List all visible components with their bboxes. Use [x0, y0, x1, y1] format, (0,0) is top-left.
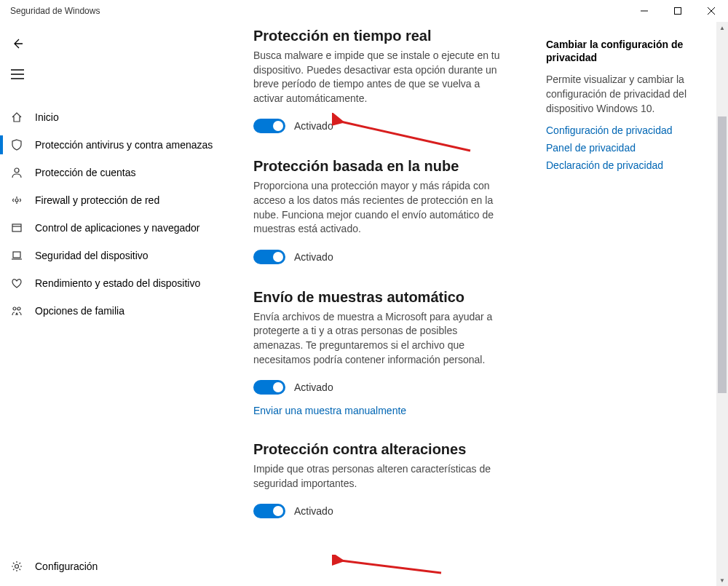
section-realtime: Protección en tiempo real Busca malware …	[253, 28, 501, 133]
sidebar-item-devicesec[interactable]: Seguridad del dispositivo	[0, 242, 233, 269]
person-icon	[10, 166, 23, 179]
sidebar-item-virus[interactable]: Protección antivirus y contra amenazas	[0, 131, 233, 159]
svg-rect-10	[13, 252, 20, 258]
toggle-realtime[interactable]	[253, 119, 285, 133]
svg-point-14	[15, 565, 19, 569]
right-column: Cambiar la configuración de privacidad P…	[546, 22, 728, 586]
sidebar-item-label: Protección de cuentas	[35, 167, 136, 178]
family-icon	[10, 304, 23, 317]
link-privacy-panel[interactable]: Panel de privacidad	[546, 142, 715, 154]
app-icon	[10, 221, 23, 234]
titlebar: Seguridad de Windows	[0, 0, 728, 22]
scrollbar[interactable]: ▲ ▼	[716, 22, 728, 586]
maximize-button[interactable]	[661, 0, 695, 22]
sidebar-item-label: Inicio	[35, 111, 59, 123]
sidebar-item-account[interactable]: Protección de cuentas	[0, 159, 233, 186]
network-icon	[10, 194, 23, 207]
section-title: Protección en tiempo real	[253, 28, 501, 44]
sidebar-item-label: Seguridad del dispositivo	[35, 250, 149, 261]
toggle-label: Activado	[294, 251, 333, 263]
svg-point-7	[15, 168, 19, 173]
toggle-label: Activado	[294, 120, 333, 132]
shield-icon	[10, 138, 23, 151]
sidebar-item-label: Opciones de familia	[35, 305, 124, 317]
sidebar-item-label: Firewall y protección de red	[35, 194, 159, 206]
sidebar-item-label: Rendimiento y estado del dispositivo	[35, 277, 200, 289]
sidebar-item-settings[interactable]: Configuración	[0, 553, 233, 580]
hamburger-menu[interactable]	[1, 60, 33, 89]
toggle-label: Activado	[294, 381, 333, 393]
right-desc: Permite visualizar y cambiar la configur…	[546, 73, 715, 116]
sidebar-item-label: Control de aplicaciones y navegador	[35, 222, 199, 234]
sidebar-item-label: Protección antivirus y contra amenazas	[35, 139, 213, 151]
scroll-down-icon[interactable]: ▼	[716, 574, 728, 586]
section-desc: Impide que otras personas alteren caract…	[253, 462, 501, 491]
section-samples: Envío de muestras automático Envía archi…	[253, 289, 501, 416]
toggle-samples[interactable]	[253, 380, 285, 395]
section-title: Envío de muestras automático	[253, 289, 501, 306]
link-privacy-settings[interactable]: Configuración de privacidad	[546, 124, 715, 136]
sidebar-item-home[interactable]: Inicio	[0, 103, 233, 131]
svg-rect-1	[675, 8, 681, 15]
right-heading: Cambiar la configuración de privacidad	[546, 38, 715, 64]
minimize-button[interactable]	[628, 0, 661, 22]
gear-icon	[10, 560, 23, 573]
section-tamper: Protección contra alteraciones Impide qu…	[253, 441, 501, 518]
sidebar: Inicio Protección antivirus y contra ame…	[0, 22, 233, 586]
svg-point-13	[17, 307, 20, 310]
scroll-up-icon[interactable]: ▲	[716, 22, 728, 33]
window-title: Seguridad de Windows	[10, 6, 100, 16]
section-desc: Envía archivos de muestra a Microsoft pa…	[253, 310, 501, 367]
laptop-icon	[10, 249, 23, 262]
link-send-sample[interactable]: Enviar una muestra manualmente	[253, 405, 406, 416]
svg-point-12	[13, 307, 16, 310]
sidebar-item-health[interactable]: Rendimiento y estado del dispositivo	[0, 269, 233, 297]
section-desc: Proporciona una protección mayor y más r…	[253, 179, 501, 236]
link-privacy-declaration[interactable]: Declaración de privacidad	[546, 159, 715, 171]
svg-rect-8	[12, 224, 21, 231]
heart-icon	[10, 277, 23, 290]
toggle-cloud[interactable]	[253, 250, 285, 264]
back-button[interactable]	[1, 29, 33, 58]
home-icon	[10, 111, 23, 124]
toggle-tamper[interactable]	[253, 504, 285, 518]
main-content: Protección en tiempo real Busca malware …	[233, 22, 546, 586]
sidebar-item-appcontrol[interactable]: Control de aplicaciones y navegador	[0, 214, 233, 242]
close-button[interactable]	[695, 0, 728, 22]
sidebar-item-label: Configuración	[35, 561, 98, 572]
scroll-thumb[interactable]	[718, 116, 727, 393]
section-title: Protección basada en la nube	[253, 158, 501, 175]
sidebar-item-firewall[interactable]: Firewall y protección de red	[0, 186, 233, 214]
sidebar-item-family[interactable]: Opciones de familia	[0, 297, 233, 325]
toggle-label: Activado	[294, 505, 333, 517]
section-cloud: Protección basada en la nube Proporciona…	[253, 158, 501, 264]
section-title: Protección contra alteraciones	[253, 441, 501, 458]
section-desc: Busca malware e impide que se instale o …	[253, 49, 501, 106]
